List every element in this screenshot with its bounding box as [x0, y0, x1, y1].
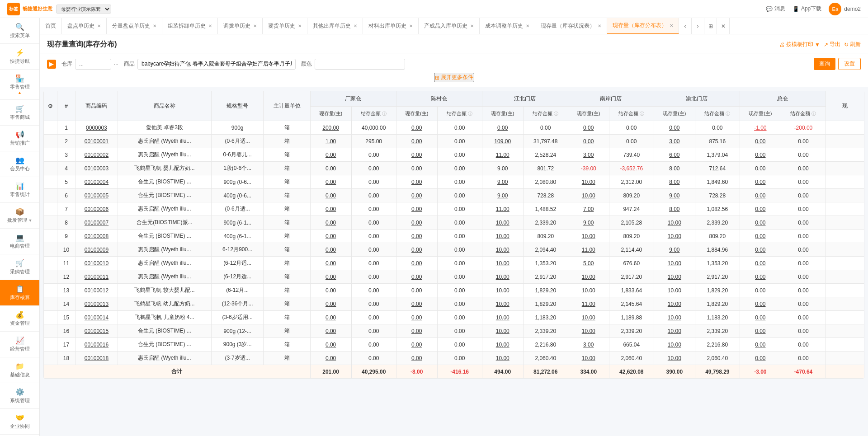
tab-close-8[interactable]: ✕	[470, 23, 474, 28]
sidebar-item-search[interactable]: 🔍 搜索英单	[0, 18, 39, 44]
table-cell[interactable]: 00100003	[75, 162, 118, 175]
refresh-icon: ↻	[844, 42, 849, 48]
tab-split-stock[interactable]: 分量盘点单历史 ✕	[107, 18, 162, 34]
export-btn[interactable]: ↗ 导出	[824, 41, 840, 48]
sidebar-item-nav[interactable]: ⚡ 快捷导航	[0, 44, 39, 70]
th-jiangbei-qty: 现存量(主)	[482, 107, 523, 121]
tab-close-5[interactable]: ✕	[298, 23, 302, 28]
tab-req[interactable]: 要货单历史 ✕	[263, 18, 307, 34]
tab-close-10[interactable]: ✕	[598, 23, 601, 28]
tab-close-1[interactable]: ✕	[97, 23, 101, 28]
sidebar-item-marketing[interactable]: 📢 营销推广	[0, 126, 39, 151]
sidebar-item-purchase[interactable]: 🛒 采购管理	[0, 254, 39, 280]
tab-stock-dist[interactable]: 现存量（库存分布表） ✕	[607, 18, 679, 34]
app-btn[interactable]: 📱 App下载	[793, 5, 821, 13]
tab-next-btn[interactable]: ›	[692, 18, 704, 34]
tab-stock-history[interactable]: 盘点单历史 ✕	[62, 18, 107, 34]
sidebar-item-mall[interactable]: 🛒 零售商城	[0, 100, 39, 126]
tab-close-4[interactable]: ✕	[253, 23, 257, 28]
table-cell[interactable]: 00100016	[75, 338, 118, 352]
refresh-btn[interactable]: ↻ 刷新	[844, 41, 861, 48]
sidebar-item-collab[interactable]: 🤝 企业协同	[0, 409, 39, 435]
tab-close-2[interactable]: ✕	[153, 23, 156, 28]
table-cell: 合生元 (BIOSTIME) ...	[118, 338, 211, 352]
logo-text: 畅捷通好生意	[23, 6, 52, 12]
table-cell: 11.00	[482, 148, 523, 162]
table-cell[interactable]: 00100005	[75, 189, 118, 202]
table-cell[interactable]: 00100006	[75, 202, 118, 216]
expand-btn[interactable]: ▶	[47, 60, 56, 69]
table-cell[interactable]: 00100015	[75, 324, 118, 338]
tab-close-11[interactable]: ✕	[670, 23, 673, 28]
tab-product-in[interactable]: 产成品入库单历史 ✕	[419, 18, 480, 34]
warehouse-input[interactable]	[75, 59, 111, 70]
table-cell[interactable]: 0000003	[75, 121, 118, 135]
tab-other-out[interactable]: 其他出库单历史 ✕	[307, 18, 363, 34]
table-cell: 0.00	[740, 162, 781, 175]
table-cell[interactable]: 00100009	[75, 243, 118, 257]
sidebar-item-members[interactable]: 👥 会员中心	[0, 151, 39, 177]
table-cell: 箱	[264, 243, 310, 257]
msg-btn[interactable]: 💬 消息	[766, 5, 785, 13]
tab-close-7[interactable]: ✕	[409, 23, 413, 28]
table-cell: 0.00	[351, 284, 396, 297]
table-cell: 合生元 (BIOSTIME) ...	[118, 175, 211, 189]
table-cell[interactable]: 00100013	[75, 297, 118, 311]
sidebar-item-retail-stats[interactable]: 📊 零售统计	[0, 177, 39, 203]
sidebar-item-basic[interactable]: 📁 基础信息	[0, 357, 39, 383]
goods-input[interactable]	[137, 59, 296, 70]
sidebar-item-wholesale[interactable]: 📦 批发管理 ▼	[0, 203, 39, 229]
table-cell[interactable]: 00100008	[75, 230, 118, 243]
sidebar-item-finance[interactable]: 💰 资金管理	[0, 306, 39, 332]
table-cell[interactable]: 00100014	[75, 311, 118, 324]
table-row: 1600100015合生元 (BIOSTIME) ...900g (12-...…	[44, 324, 864, 338]
table-cell[interactable]: 00100012	[75, 284, 118, 297]
table-cell: 900g	[211, 121, 264, 135]
tab-close-3[interactable]: ✕	[208, 23, 212, 28]
table-cell: 0.00	[437, 175, 482, 189]
tab-transfer[interactable]: 调拨单历史 ✕	[218, 18, 263, 34]
table-cell: 0.00	[740, 257, 781, 270]
table-cell[interactable]: 00100004	[75, 175, 118, 189]
query-btn[interactable]: 查询	[814, 58, 835, 70]
table-cell[interactable]: 00100002	[75, 148, 118, 162]
wholesale-icon: 📦	[2, 207, 38, 216]
sidebar-item-retail-mgmt[interactable]: 🏪 零售管理 ▲	[0, 70, 39, 100]
table-cell[interactable]: 00100011	[75, 270, 118, 284]
user-area[interactable]: Ea demo2	[829, 3, 861, 15]
page-header: 现存量查询(库存分布) 🖨 按模板打印 ▼ ↗ 导出 ↻ 刷新	[40, 34, 868, 53]
table-cell[interactable]: 00100001	[75, 135, 118, 148]
tab-material-out[interactable]: 材料出库单历史 ✕	[363, 18, 419, 34]
tab-assembly[interactable]: 组装拆卸单历史 ✕	[162, 18, 218, 34]
color-field: 颜色	[301, 59, 405, 70]
sidebar-item-inventory[interactable]: 📋 库存核算	[0, 280, 39, 306]
table-cell: 合生元 (BIOSTIME) ...	[118, 189, 211, 202]
sidebar-item-operation[interactable]: 📈 经营管理	[0, 332, 39, 357]
tab-stock-status[interactable]: 现存量（库存状况表） ✕	[535, 18, 607, 34]
tab-close-6[interactable]: ✕	[354, 23, 357, 28]
table-cell: 0.00	[781, 216, 826, 230]
table-cell[interactable]: 00100007	[75, 216, 118, 230]
table-cell: 0.00	[396, 257, 437, 270]
table-cell: 1,884.96	[695, 243, 740, 257]
tab-cost-adj[interactable]: 成本调整单历史 ✕	[480, 18, 535, 34]
tab-close-all-btn[interactable]: ✕	[717, 18, 730, 34]
sidebar-item-system[interactable]: ⚙️ 系统管理	[0, 383, 39, 409]
company-select[interactable]: 母婴行业演示陈套	[56, 5, 111, 14]
table-cell: 0.00	[437, 284, 482, 297]
th-settings[interactable]: ⚙	[44, 91, 57, 121]
warehouse-dots[interactable]: ···	[114, 61, 118, 67]
expand-more-btn[interactable]: ⊞ 展开更多条件	[434, 73, 474, 82]
tab-more-btn[interactable]: ⊞	[704, 18, 717, 34]
table-cell[interactable]: 00100010	[75, 257, 118, 270]
table-cell[interactable]: 00100018	[75, 352, 118, 365]
table-cell: 1段(0-6个...	[211, 162, 264, 175]
tab-close-9[interactable]: ✕	[526, 23, 529, 28]
color-input[interactable]	[315, 59, 405, 70]
table-cell: 10.00	[654, 257, 695, 270]
tab-home[interactable]: 首页	[40, 18, 62, 34]
settings-btn[interactable]: 设置	[838, 58, 861, 70]
tab-prev-btn[interactable]: ‹	[679, 18, 692, 34]
sidebar-item-ecom[interactable]: 💻 电商管理	[0, 229, 39, 254]
print-btn[interactable]: 🖨 按模板打印 ▼	[779, 41, 820, 48]
